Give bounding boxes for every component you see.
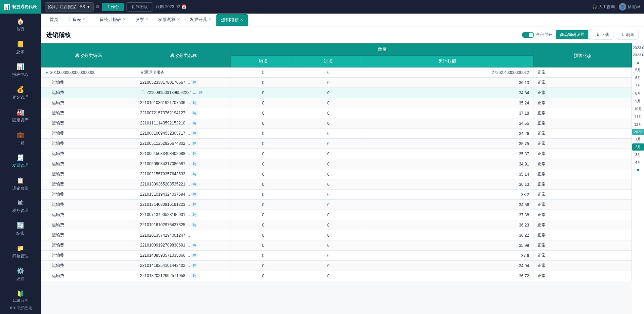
table-row[interactable]: 运输费 22100721573762194127 ... 吨 0 0 37.18… [41,108,632,118]
table-row[interactable]: 运输费 22100511252826674802 ... 吨 0 0 35.75… [41,139,632,149]
nav-down-arrow[interactable]: ▼ [635,167,641,174]
sidebar-item-capital[interactable]: 💰资金管理 [0,82,41,104]
sidebar-item-settlement[interactable]: 🔄结账 [0,218,41,240]
cell-status: 正常 [533,169,632,179]
tab-invoice[interactable]: 发票✕ [131,14,153,26]
month-5[interactable]: 5月 [632,66,644,74]
cell-sales: 0 [231,139,296,149]
cell-sales: 0 [231,98,296,108]
archive-icon: 📁 [17,244,24,252]
sidebar-item-invoice-mgmt[interactable]: 🧾发票管理 [0,150,41,173]
tab-close-invoice-calc[interactable]: ✕ [177,17,180,22]
month-6[interactable]: 6月 [632,74,644,81]
cell-purchase: 0 [296,251,361,261]
copy-icon[interactable]: ⧉ [96,4,99,9]
cell-item: 运输费 [41,149,136,159]
workbench-button[interactable]: 工作台 [102,3,124,11]
tab-reconcile[interactable]: 进销稽核✕ [216,14,248,26]
sidebar-item-report[interactable]: 📊报表中心 [0,59,41,82]
sidebar-item-settings[interactable]: ⚙️设置 [0,263,41,286]
app-logo: 📊 畅捷通易代账 [0,0,41,14]
sidebar-nav: 🏠首页📒总账📊报表中心💰资金管理🏭固定资产💼工资🧾发票管理📋进销台账🏛税务管理🔄… [0,14,41,302]
sidebar-item-archive[interactable]: 📁归档管理 [0,240,41,263]
table-row[interactable]: 运输费 22101314030816191223 ... 吨 0 0 34.56… [41,200,632,210]
download-button[interactable]: ⬇ 下载 [592,30,613,40]
table-row[interactable]: 运输费 22101009192789838691 ... 吨 0 0 35.99… [41,240,632,251]
company-selector[interactable]: (勿动) 江西报宝-LSS ▼ [45,2,94,12]
unit-tag: 吨 [191,111,198,115]
cell-item: 运输费 [41,220,136,230]
tab-close-reconcile[interactable]: ✕ [240,18,243,22]
month-11[interactable]: 11月 [632,113,644,120]
cell-cumulative: 36.13 [361,78,533,88]
sidebar-item-fixed-assets[interactable]: 🏭固定资产 [0,104,41,127]
table-row[interactable]: 运输费 22101916102976437325 ... 吨 0 0 36.23… [41,220,632,230]
sidebar-item-home[interactable]: 🏠首页 [0,14,41,36]
switch-version-button[interactable]: 切到旧版 [126,2,153,12]
tab-close-payroll[interactable]: ✕ [82,17,85,22]
sidebar-item-ledger[interactable]: 📒总账 [0,36,41,59]
table-row[interactable]: 运输费 22101310194324037594 ... 吨 0 0 33.2 … [41,190,632,200]
table-row[interactable]: 运输费 22101419254101443402 ... 吨 0 0 34.94… [41,261,632,271]
tab-home[interactable]: 首页 [45,14,63,26]
month-2-active[interactable]: 2月 [632,143,644,151]
table-row[interactable]: 运输费 📄22100915031396592224 ... 吨 0 0 34.8… [41,88,632,98]
table-row[interactable]: ▼30100000000000000000 交通运输服务 0 0 27262.4… [41,67,632,78]
table-row[interactable]: 运输费 22101910361921707536 ... 吨 0 0 35.24… [41,98,632,108]
table-row[interactable]: 运输费 22100215570357643633 ... 吨 0 0 35.14… [41,169,632,179]
month-10[interactable]: 10月 [632,105,644,113]
cell-invoice-no: 22101309365208535221 ... 吨 [136,179,231,190]
table-row[interactable]: 运输费 22101309365208535221 ... 吨 0 0 36.13… [41,179,632,190]
content-area: 税收分类编码 税收分类名称 数量 预警状态 销项 进项 累计数额 [41,43,644,314]
sidebar-item-guide[interactable]: 🔰新手引导 [0,286,41,302]
cell-item: 运输费 [41,230,136,240]
month-8[interactable]: 8月 [632,90,644,97]
report-icon: 📊 [17,63,24,71]
month-1[interactable]: 1月 [632,136,644,143]
table-row[interactable]: 运输费 22101111143592152210 ... 吨 0 0 34.55… [41,118,632,129]
table-row[interactable]: 运输费 22100810094532303717 ... 吨 0 0 34.26… [41,129,632,139]
month-3[interactable]: 3月 [632,151,644,158]
refresh-button[interactable]: ↻ 刷新 [617,30,639,40]
expand-all-toggle[interactable]: 全部展开 [522,32,552,38]
tab-label: 工资统计报表 [95,17,121,23]
cell-status: 正常 [533,240,632,251]
sidebar-item-payroll[interactable]: 💼工资 [0,127,41,150]
file-icon: 📄 [140,90,145,95]
table-row[interactable]: 运输费 22100523381780176567 ... 吨 0 0 36.13… [41,78,632,88]
nav-up-arrow[interactable]: ▲ [635,59,641,66]
home-icon: 🏠 [17,18,24,25]
table-row[interactable]: 运输费 22100713490523196931 ... 吨 0 0 37.38… [41,210,632,220]
unit-tag: 吨 [191,151,198,156]
cell-status: 正常 [533,251,632,261]
toggle-switch[interactable] [522,32,534,38]
tab-close-invoice[interactable]: ✕ [145,17,149,22]
cell-invoice-no: 22102013574294001247 ... [136,230,231,240]
month-4[interactable]: 4月 [632,159,644,166]
table-row[interactable]: 运输费 22101820212692571958 ... 吨 0 0 36.72… [41,271,632,281]
month-7[interactable]: 7月 [632,82,644,89]
product-code-button[interactable]: 商品编码设置 [556,30,588,39]
support-link[interactable]: 🎧 人工咨询 [592,4,615,10]
tab-close-payroll-report[interactable]: ✕ [123,17,126,22]
sidebar-item-tax[interactable]: 🏛税务管理 [0,195,41,218]
user-menu[interactable]: 👤 徐淀华 [619,3,640,11]
tab-close-invoice-open[interactable]: ✕ [209,17,212,22]
sidebar-item-purchase-ledger[interactable]: 📋进销台账 [0,173,41,195]
table-row[interactable]: 运输费 22100615083403402688 ... 吨 0 0 35.37… [41,149,632,159]
tab-payroll-report[interactable]: 工资统计报表✕ [90,14,131,26]
table-row[interactable]: 运输费 22102013574294001247 ... 0 0 36.22 正… [41,230,632,240]
tab-payroll[interactable]: 工资表✕ [63,14,90,26]
sidebar-unpin[interactable]: ◀◀ 取消固定 [0,302,41,314]
month-12[interactable]: 12月 [632,121,644,128]
period-selector[interactable]: 账期 2023-02 📅 [156,4,187,10]
tab-invoice-calc[interactable]: 发票测算✕ [153,14,185,26]
cell-status: 正常 [533,179,632,190]
tab-invoice-open[interactable]: 发票开具✕ [185,14,216,26]
table-row[interactable]: 运输费 22101408593571035366 ... 吨 0 0 37.6 … [41,251,632,261]
month-9[interactable]: 9月 [632,98,644,105]
cell-sales: 0 [231,251,296,261]
cell-status: 正常 [533,139,632,149]
cell-purchase: 0 [296,108,361,118]
table-row[interactable]: 运输费 22100509034317086587 ... 吨 0 0 34.91… [41,159,632,169]
